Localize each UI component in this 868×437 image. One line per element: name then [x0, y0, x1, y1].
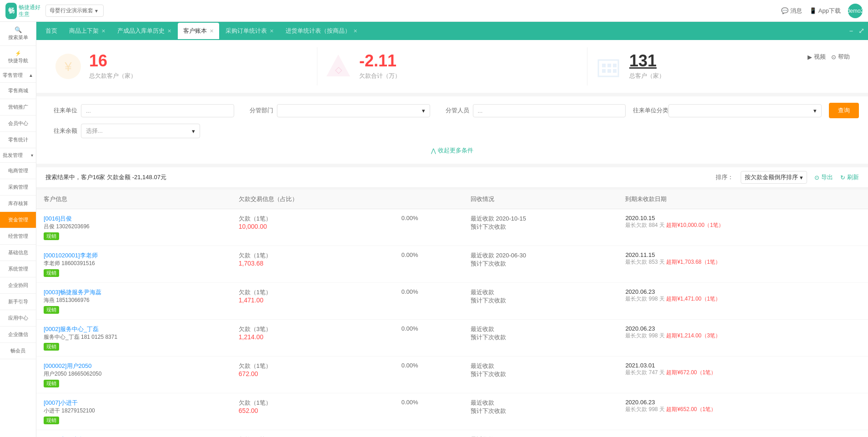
tab-purchase-history[interactable]: 产成品入库单历史 ✕ — [112, 23, 177, 39]
help-button[interactable]: ⊙ 帮助 — [831, 53, 850, 61]
sidebar-item-ecommerce[interactable]: 电商管理 — [0, 163, 36, 179]
tab-purchase-stats-product-close[interactable]: ✕ — [353, 28, 357, 34]
last-collect-0: 最近收款 2020-10-15 — [471, 215, 611, 223]
person-input[interactable]: ... — [473, 104, 626, 117]
debt-amount-0[interactable]: 10,000.00 — [239, 223, 387, 230]
filter-person: 分管人员 ... — [437, 104, 626, 117]
sidebar-item-operations[interactable]: 经营管理 — [0, 228, 36, 245]
debt-amount-1[interactable]: 1,703.68 — [239, 260, 387, 267]
sidebar-item-purchase[interactable]: 采购管理 — [0, 179, 36, 196]
customer-name-4[interactable]: [000002]用户2050 — [44, 362, 224, 370]
debt-amount-3[interactable]: 1,214.00 — [239, 333, 387, 341]
cell-customer-2: [0003]畅捷服务尹海蕊 海燕 18513066976 现销 — [36, 283, 231, 320]
debt-amount-5[interactable]: 652.00 — [239, 407, 387, 414]
retail-stats-label: 零售统计 — [8, 136, 28, 143]
tab-product-list-label: 商品上下架 — [69, 27, 99, 35]
refresh-icon: ↻ — [840, 174, 845, 181]
collapse-button[interactable]: ⋀ 收起更多条件 — [431, 146, 473, 155]
debt-amount-4[interactable]: 672.00 — [239, 370, 387, 377]
table-row: [0003]畅捷服务尹海蕊 海燕 18513066976 现销 欠款（1笔） 1… — [36, 283, 868, 320]
tab-customer-ledger-close[interactable]: ✕ — [210, 28, 214, 34]
sidebar-item-wholesale-mgmt[interactable]: 批发管理 ▾ — [0, 148, 36, 163]
dropdown-arrow-icon: ▾ — [95, 8, 98, 14]
nav-label: 快捷导航 — [8, 57, 28, 64]
customer-phone-2: 海燕 18513066976 — [44, 296, 224, 304]
balance-select[interactable]: 选择... ▾ — [81, 124, 200, 138]
sidebar-item-finance[interactable]: 资金管理 — [0, 212, 36, 228]
customer-name-0[interactable]: [0016]吕俊 — [44, 215, 224, 223]
svg-rect-8 — [602, 69, 606, 73]
sidebar-item-inventory[interactable]: 库存核算 — [0, 196, 36, 212]
sidebar-item-retail-mall[interactable]: 零售商城 — [0, 83, 36, 99]
tab-purchase-stats-product[interactable]: 进货单统计表（按商品） ✕ — [280, 23, 363, 39]
download-button[interactable]: 📱 App下载 — [809, 7, 841, 15]
sidebar-item-enterprise-collab[interactable]: 企业协同 — [0, 277, 36, 294]
table-row: [0006]去下粮仓 陈小希 现销 欠款（1笔） 455.90 0.00% 最近… — [36, 430, 868, 437]
source-unit-input[interactable]: ... — [81, 104, 234, 117]
customer-name-5[interactable]: [0007]小进干 — [44, 399, 224, 407]
refresh-button[interactable]: ↻ 刷新 — [840, 173, 859, 181]
sidebar-item-retail-stats[interactable]: 零售统计 — [0, 132, 36, 148]
overdue-amount-3[interactable]: 超期¥1,214.00（3笔） — [666, 332, 721, 339]
sidebar-item-enterprise-wechat[interactable]: 企业微信 — [0, 326, 36, 343]
cell-debt-info-4: 欠款（1笔） 672.00 — [231, 357, 394, 393]
view-video-button[interactable]: ▶ 视频 — [808, 53, 826, 61]
overdue-amount-2[interactable]: 超期¥1,471.00（1笔） — [666, 296, 721, 302]
user-profile-button[interactable]: demo2 — [848, 4, 863, 18]
sidebar-item-beginner[interactable]: 新手引导 — [0, 294, 36, 310]
sidebar-item-basic-info[interactable]: 基础信息 — [0, 245, 36, 261]
cell-due-date-5: 2020.06.23 最长欠款 998 天 超期¥652.00（1笔） — [618, 393, 868, 430]
sidebar-item-retail-mgmt[interactable]: 零售管理 ▲ — [0, 68, 36, 83]
last-collect-5: 最近收款 — [471, 399, 611, 407]
search-button[interactable]: 查询 — [829, 103, 859, 118]
sidebar-item-vip[interactable]: 畅会员 — [0, 343, 36, 359]
stat-info-debt: -2.11 欠款合计（万） — [359, 53, 401, 80]
customer-tag-2: 现销 — [44, 306, 59, 314]
sidebar-item-quick-nav[interactable]: ⚡ 快捷导航 — [0, 46, 36, 68]
tab-home-label: 首页 — [45, 27, 57, 35]
debt-amount-2[interactable]: 1,471.00 — [239, 296, 387, 304]
next-collect-4: 预计下次收款 — [471, 370, 611, 378]
operations-label: 经营管理 — [8, 233, 28, 240]
help-icon: ⊙ — [831, 54, 836, 60]
app-center-label: 应用中心 — [8, 315, 28, 321]
store-selector[interactable]: 母婴行业演示账套 ▾ — [45, 5, 104, 17]
overdue-amount-1[interactable]: 超期¥1,703.68（1笔） — [666, 259, 721, 265]
stat-value-debt: -2.11 — [359, 53, 401, 69]
search-icon: 🔍 — [15, 26, 22, 33]
tab-purchase-order-stats[interactable]: 采购订单统计表 ✕ — [220, 23, 279, 39]
tab-purchase-order-stats-close[interactable]: ✕ — [270, 28, 274, 34]
customer-name-2[interactable]: [0003]畅捷服务尹海蕊 — [44, 288, 224, 296]
sidebar-item-system[interactable]: 系统管理 — [0, 261, 36, 277]
sidebar-search[interactable]: 🔍 搜索菜单 — [0, 22, 36, 46]
tab-product-list-close[interactable]: ✕ — [101, 28, 105, 34]
unit-type-select[interactable]: ▾ — [668, 104, 822, 117]
export-button[interactable]: ⊙ 导出 — [814, 173, 833, 181]
ecommerce-label: 电商管理 — [8, 167, 28, 174]
customer-name-1[interactable]: [0001020001]李老师 — [44, 251, 224, 260]
overdue-amount-5[interactable]: 超期¥652.00（1笔） — [666, 406, 716, 412]
tab-home[interactable]: 首页 — [40, 23, 63, 39]
tab-customer-ledger[interactable]: 客户账本 ✕ — [178, 23, 219, 39]
sort-select[interactable]: 按欠款金额倒序排序 ▾ — [741, 171, 807, 184]
svg-rect-6 — [607, 64, 611, 67]
results-amount-label: 欠款金额 — [107, 174, 130, 181]
sidebar-item-member[interactable]: 会员中心 — [0, 116, 36, 132]
sidebar-item-marketing[interactable]: 营销推广 — [0, 99, 36, 116]
percent-1: 0.00% — [401, 251, 456, 258]
enterprise-wechat-label: 企业微信 — [8, 331, 28, 338]
overdue-amount-0[interactable]: 超期¥10,000.00（1笔） — [666, 222, 724, 228]
message-button[interactable]: 💬 消息 — [781, 7, 802, 15]
tab-minimize-icon[interactable]: － — [848, 26, 855, 36]
due-date-1: 2020.11.15 — [625, 251, 861, 258]
tab-maximize-icon[interactable]: ⤢ — [858, 26, 864, 36]
customer-name-3[interactable]: [0002]服务中心_丁磊 — [44, 325, 224, 333]
basic-info-label: 基础信息 — [8, 249, 28, 256]
tab-product-list[interactable]: 商品上下架 ✕ — [64, 23, 111, 39]
sidebar-item-app-center[interactable]: 应用中心 — [0, 310, 36, 326]
cell-customer-4: [000002]用户2050 用户2050 18665062050 现销 — [36, 357, 231, 393]
dept-select[interactable]: ▾ — [277, 104, 430, 117]
tab-purchase-history-close[interactable]: ✕ — [167, 28, 171, 34]
cell-collection-1: 最近收款 2020-06-30 预计下次收款 — [463, 246, 618, 283]
overdue-amount-4[interactable]: 超期¥672.00（1笔） — [666, 369, 716, 376]
